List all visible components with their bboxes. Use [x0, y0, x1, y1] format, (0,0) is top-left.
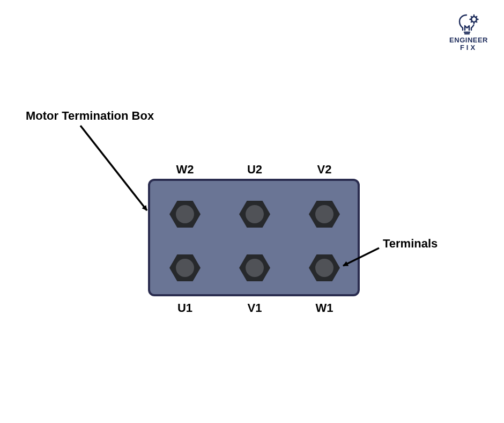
- terminal-label-top-1: U2: [239, 163, 271, 177]
- terminal-label-bottom-0: U1: [169, 301, 201, 315]
- terminal-bolt: [239, 252, 270, 283]
- logo-text-line2: FIX: [449, 44, 488, 52]
- terminal-bolt: [309, 199, 340, 230]
- terminal-label-top-0: W2: [169, 163, 201, 177]
- terminal-label-bottom-2: W1: [308, 301, 340, 315]
- logo-text-line1: ENGINEER: [449, 37, 488, 44]
- terminal-bolt: [309, 252, 340, 283]
- terminal-bolt: [239, 199, 270, 230]
- terminal-label-top-2: V2: [308, 163, 340, 177]
- terminal-bolt: [169, 252, 201, 283]
- terminal-label-bottom-1: V1: [239, 301, 271, 315]
- arrow-to-box: [80, 126, 147, 210]
- callout-box-label: Motor Termination Box: [26, 109, 154, 123]
- diagram-canvas: ENGINEER FIX Motor Termination Box Termi…: [0, 0, 504, 423]
- terminal-bolt: [169, 199, 201, 230]
- brand-logo: ENGINEER FIX: [449, 14, 488, 52]
- lightbulb-gear-icon: [457, 14, 480, 35]
- callout-terminals-label: Terminals: [383, 237, 438, 251]
